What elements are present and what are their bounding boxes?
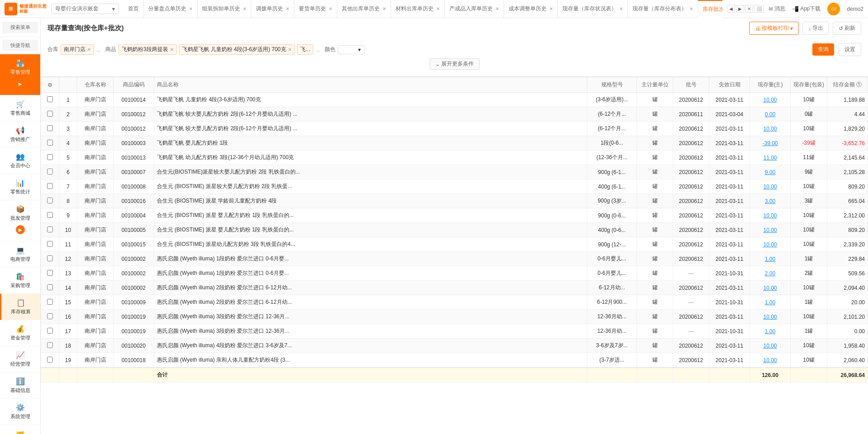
row-checkbox[interactable] [41, 353, 59, 368]
row-check[interactable] [47, 313, 53, 319]
sidebar-item-0[interactable]: 🏪 零售管理 ▶ [0, 54, 40, 95]
row-check[interactable] [47, 226, 53, 232]
row-qty-main[interactable]: 10.00 [750, 353, 791, 368]
sidebar-item-8[interactable]: 📋 库存核算 [0, 294, 40, 320]
top-tab-0[interactable]: 首页 [123, 0, 144, 18]
row-qty-main[interactable]: 1.00 [750, 252, 791, 266]
row-checkbox[interactable] [41, 136, 59, 151]
product-more[interactable]: ... [316, 47, 320, 53]
sidebar-item-11[interactable]: ℹ️ 基础信息 [0, 373, 40, 399]
sidebar-item-6[interactable]: 💻 电商管理 [0, 241, 40, 268]
tab-close-btn[interactable]: ✕ [619, 6, 623, 11]
row-check[interactable] [47, 255, 53, 261]
row-check[interactable] [47, 270, 53, 276]
row-qty-main[interactable]: 10.00 [750, 281, 791, 295]
top-tab-11[interactable]: 库存批次账✕ [698, 0, 722, 18]
product-tag-1[interactable]: 飞鹤奶粉3段两提装 ✕ [118, 44, 177, 55]
row-check[interactable] [47, 198, 53, 203]
row-qty-main[interactable]: -39.00 [750, 136, 791, 151]
query-btn[interactable]: 查询 [812, 43, 834, 56]
sidebar-item-3[interactable]: 👥 会员中心 [0, 148, 40, 174]
row-check[interactable] [47, 241, 53, 247]
avatar[interactable]: D2 [827, 3, 840, 15]
row-checkbox[interactable] [41, 310, 59, 324]
row-checkbox[interactable] [41, 295, 59, 310]
row-qty-main[interactable]: 0.00 [750, 107, 791, 122]
row-checkbox[interactable] [41, 324, 59, 339]
top-tab-10[interactable]: 现存量（库存分布表）✕ [628, 0, 698, 18]
tab-close-btn[interactable]: ✕ [549, 6, 553, 11]
row-check[interactable] [47, 342, 53, 348]
row-check[interactable] [47, 328, 53, 334]
sidebar-item-13[interactable]: 🤝 企业协同 [0, 425, 40, 434]
row-check[interactable] [47, 299, 53, 305]
tab-nav-left-icon[interactable]: ◀ [727, 5, 735, 13]
sidebar-item-7[interactable]: 🛍️ 采购管理 [0, 268, 40, 294]
sidebar-item-9[interactable]: 💰 资金管理 [0, 320, 40, 346]
settings-btn[interactable]: 设置 [839, 43, 861, 56]
row-check[interactable] [47, 183, 53, 189]
product-tag-1-remove[interactable]: ✕ [170, 47, 174, 52]
row-checkbox[interactable] [41, 252, 59, 266]
tab-close-btn[interactable]: ✕ [495, 6, 499, 11]
row-checkbox[interactable] [41, 93, 59, 107]
tab-close-btn[interactable]: ✕ [243, 6, 246, 11]
row-check[interactable] [47, 212, 53, 218]
message-btn[interactable]: ✉ 消息 [769, 5, 785, 13]
sidebar-arrow-5[interactable]: ▶ [16, 225, 25, 234]
tab-more-icon[interactable]: ⬜ [754, 5, 764, 13]
sidebar-item-5[interactable]: 📦 批发管理 ▶ [0, 200, 40, 241]
row-check[interactable] [47, 169, 53, 175]
top-tab-1[interactable]: 分量盘点单历史✕ [144, 0, 198, 18]
row-check[interactable] [47, 125, 53, 131]
industry-selector[interactable]: 母婴行业演示账套 ▾ [51, 4, 119, 14]
settings-icon[interactable]: ⚙ [47, 82, 52, 88]
top-tab-7[interactable]: 产成品入库单历史✕ [445, 0, 504, 18]
row-check[interactable] [47, 357, 53, 363]
row-checkbox[interactable] [41, 151, 59, 165]
top-tab-2[interactable]: 组装拆卸单历史✕ [198, 0, 251, 18]
tab-close-icon[interactable]: ✕ [745, 5, 753, 13]
tab-close-btn[interactable]: ✕ [436, 6, 440, 11]
row-check[interactable] [47, 111, 53, 117]
sidebar-item-12[interactable]: ⚙️ 系统管理 [0, 399, 40, 425]
sidebar-item-1[interactable]: 🛒 零售商城 [0, 95, 40, 122]
top-tab-6[interactable]: 材料出库单历史✕ [391, 0, 445, 18]
row-checkbox[interactable] [41, 339, 59, 353]
row-checkbox[interactable] [41, 237, 59, 252]
row-checkbox[interactable] [41, 281, 59, 295]
tab-nav-right-icon[interactable]: ▶ [736, 5, 744, 13]
top-tab-4[interactable]: 要货单历史✕ [294, 0, 337, 18]
product-tag-2[interactable]: 飞鹤星飞帆 儿童奶粉 4段(3-6岁适用) 700克 ✕ [179, 44, 295, 55]
tab-close-btn[interactable]: ✕ [286, 6, 289, 11]
sidebar-item-4[interactable]: 📊 零售统计 [0, 174, 40, 200]
row-qty-main[interactable]: 1.00 [750, 295, 791, 310]
row-qty-main[interactable]: 2.00 [750, 266, 791, 281]
warehouse-tag-1[interactable]: 南岸门店 ✕ [61, 44, 94, 55]
row-qty-main[interactable]: 10.00 [750, 208, 791, 223]
tab-close-btn[interactable]: ✕ [382, 6, 386, 11]
row-qty-main[interactable]: 10.00 [750, 179, 791, 194]
color-dropdown[interactable]: ▾ [338, 45, 365, 54]
row-check[interactable] [47, 154, 53, 160]
top-tab-5[interactable]: 其他出库单历史✕ [337, 0, 391, 18]
row-qty-main[interactable]: 10.00 [750, 310, 791, 324]
row-qty-main[interactable]: 10.00 [750, 339, 791, 353]
row-checkbox[interactable] [41, 266, 59, 281]
row-check[interactable] [47, 96, 53, 102]
warehouse-more[interactable]: ... [96, 47, 101, 53]
row-checkbox[interactable] [41, 122, 59, 136]
export-btn[interactable]: ↓ 导出 [802, 22, 829, 35]
expand-conditions-btn[interactable]: ⌄ 展开更多条件 [429, 58, 480, 70]
row-qty-main[interactable]: 11.00 [750, 151, 791, 165]
row-check[interactable] [47, 140, 53, 146]
row-qty-main[interactable]: 10.00 [750, 122, 791, 136]
sidebar-item-2[interactable]: 📢 营销推广 [0, 122, 40, 148]
sidebar-arrow-0[interactable]: ▶ [16, 79, 25, 88]
top-tab-3[interactable]: 调拨单历史✕ [251, 0, 294, 18]
row-checkbox[interactable] [41, 107, 59, 122]
row-checkbox[interactable] [41, 194, 59, 208]
sidebar-item-10[interactable]: 📈 经营管理 [0, 346, 40, 373]
warehouse-tag-remove[interactable]: ✕ [87, 47, 91, 52]
tab-close-btn[interactable]: ✕ [189, 6, 193, 11]
